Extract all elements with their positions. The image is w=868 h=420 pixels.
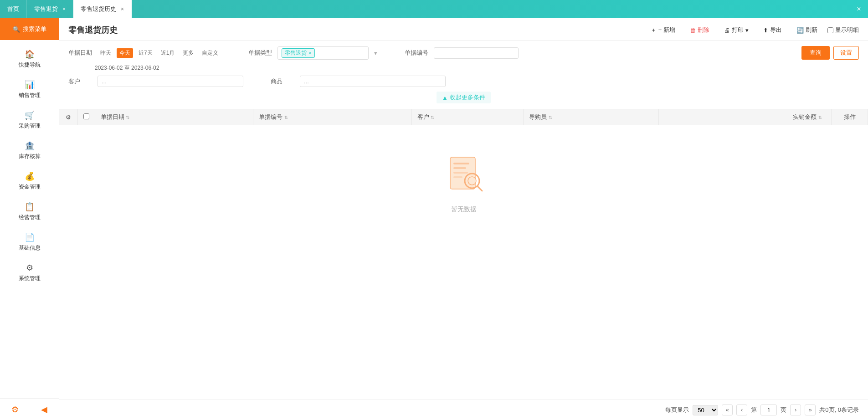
refresh-icon: 🔄 [796,27,804,34]
tab-retail-return[interactable]: 零售退货 × [27,0,73,18]
sidebar-item-purchase-mgmt[interactable]: 🛒 采购管理 [0,105,59,135]
date-range-text: 2023-06-02 至 2023-06-02 [95,65,159,71]
query-button[interactable]: 查询 [801,46,830,60]
collapse-button[interactable]: ▲ 收起更多条件 [437,92,491,103]
doc-number-input[interactable] [434,47,519,59]
sidebar-search-label: 搜索菜单 [23,25,46,33]
per-page-select[interactable]: 50 10 20 100 [693,405,718,415]
sidebar-search[interactable]: 🔍 搜索菜单 [0,18,59,40]
show-detail-checkbox[interactable] [827,27,833,33]
search-icon: 🔍 [13,26,20,33]
doc-type-label: 单据类型 [248,49,274,57]
date-btn-more[interactable]: 更多 [180,48,196,58]
sidebar-item-sys-mgmt-label: 系统管理 [19,275,41,282]
settings-icon[interactable]: ⚙ [11,405,19,415]
doc-number-filter-group: 单据编号 [405,47,519,59]
svg-rect-2 [453,167,466,169]
th-amount-sort-icon[interactable]: ⇅ [818,115,822,120]
setting-button-label: 设置 [840,49,852,57]
next-page-button[interactable]: › [790,405,801,415]
svg-rect-4 [453,176,462,178]
th-doc-date-sort-icon[interactable]: ⇅ [126,115,129,120]
doc-type-tag-label: 零售退货 [285,49,307,57]
page-unit: 页 [781,406,786,414]
date-btn-yesterday[interactable]: 昨天 [98,48,114,58]
ops-mgmt-icon: 📋 [25,202,35,212]
sidebar-item-quick-nav[interactable]: 🏠 快捷导航 [0,44,59,74]
th-amount-label: 实销金额 [793,113,817,120]
th-guide-sort-icon[interactable]: ⇅ [549,115,552,120]
customer-input[interactable]: ... [98,76,243,87]
sidebar-item-basic-info[interactable]: 📄 基础信息 [0,227,59,257]
select-all-checkbox[interactable] [83,113,89,119]
doc-type-tag-close[interactable]: × [308,50,311,56]
column-settings-icon[interactable]: ⚙ [66,114,71,121]
add-button-label: + 新增 [658,26,675,34]
doc-type-dropdown-icon[interactable]: ▾ [374,50,377,56]
delete-button[interactable]: 🗑 删除 [685,24,714,36]
page-input[interactable] [760,405,777,415]
date-btn-custom[interactable]: 自定义 [199,48,221,58]
quick-nav-icon: 🏠 [25,49,35,59]
last-page-button[interactable]: » [805,405,816,415]
tab-retail-return-close[interactable]: × [62,6,66,12]
setting-button[interactable]: 设置 [833,46,859,60]
th-settings[interactable]: ⚙ [59,109,77,125]
table-area[interactable]: ⚙ 单据日期 ⇅ 单据编号 ⇅ [59,109,868,400]
sidebar-item-inventory-calc[interactable]: 🏦 库存核算 [0,135,59,166]
th-guide[interactable]: 导购员 ⇅ [524,109,659,125]
show-detail-checkbox-label[interactable]: 显示明细 [827,26,859,34]
date-btn-last7[interactable]: 近7天 [136,48,155,58]
top-bar: 首页 零售退货 × 零售退货历史 × × [0,0,868,18]
page-header: 零售退货历史 ＋ + 新增 🗑 删除 🖨 打印 ▾ [59,18,868,41]
collapse-button-label: 收起更多条件 [450,93,485,102]
collapse-sidebar-icon[interactable]: ◀ [41,405,47,415]
sidebar-item-sys-mgmt[interactable]: ⚙ 系统管理 [0,257,59,288]
empty-label: 暂无数据 [451,205,477,214]
th-doc-date[interactable]: 单据日期 ⇅ [95,109,253,125]
th-doc-date-label: 单据日期 [101,113,124,120]
query-button-label: 查询 [810,49,822,57]
add-button[interactable]: ＋ + 新增 [646,24,680,36]
basic-info-icon: 📄 [25,232,35,242]
sidebar-item-basic-info-label: 基础信息 [19,244,41,252]
sidebar-item-ops-mgmt[interactable]: 📋 经营管理 [0,196,59,227]
first-page-button[interactable]: « [722,405,733,415]
th-customer[interactable]: 客户 ⇅ [411,109,524,125]
th-customer-sort-icon[interactable]: ⇅ [431,115,434,120]
date-btn-last-month[interactable]: 近1月 [158,48,178,58]
date-btn-today[interactable]: 今天 [117,48,133,58]
sidebar-item-sales-mgmt[interactable]: 📊 销售管理 [0,74,59,105]
doc-type-tag: 零售退货 × [282,48,314,58]
refresh-button[interactable]: 🔄 刷新 [792,24,822,36]
svg-rect-3 [453,172,468,174]
window-close-button[interactable]: × [850,0,868,18]
print-icon: 🖨 [724,27,730,34]
sidebar-item-fund-mgmt[interactable]: 💰 资金管理 [0,166,59,196]
date-filter-label: 单据日期 [68,49,94,57]
tab-retail-return-history[interactable]: 零售退货历史 × [73,0,132,18]
svg-point-6 [468,177,476,185]
page-label: 第 [751,406,757,414]
doc-type-filter-group: 单据类型 零售退货 × ▾ [248,46,377,60]
sidebar-item-fund-mgmt-label: 资金管理 [19,183,41,191]
th-doc-number-sort-icon[interactable]: ⇅ [284,115,288,120]
tab-retail-return-history-close[interactable]: × [121,6,124,12]
show-detail-label: 显示明细 [835,26,859,34]
doc-type-field[interactable]: 零售退货 × [277,46,369,60]
sidebar-bottom: ⚙ ◀ [0,398,59,420]
th-amount[interactable]: 实销金额 ⇅ [658,109,831,125]
th-doc-number[interactable]: 单据编号 ⇅ [253,109,412,125]
pagination-bar: 每页显示 50 10 20 100 « ‹ 第 页 › » 共0页, 0条记录 [59,400,868,420]
page-content: 零售退货历史 ＋ + 新增 🗑 删除 🖨 打印 ▾ [59,18,868,420]
date-range-display: 2023-06-02 至 2023-06-02 [95,64,859,72]
prev-page-button[interactable]: ‹ [736,405,747,415]
export-button[interactable]: ⬆ 导出 [759,24,786,36]
delete-button-label: 删除 [698,26,709,34]
th-doc-number-label: 单据编号 [259,113,282,120]
filter-row-2: 客户 ... 商品 ... [68,76,859,87]
print-button[interactable]: 🖨 打印 ▾ [719,24,753,36]
tab-home[interactable]: 首页 [0,0,27,18]
goods-input[interactable]: ... [300,76,446,87]
print-button-label: 打印 [732,26,744,34]
